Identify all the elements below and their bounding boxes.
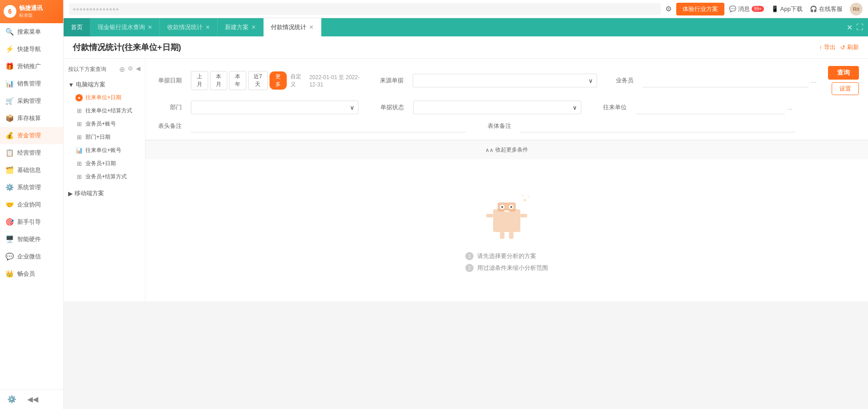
- topbar-settings-icon[interactable]: ⚙: [665, 5, 672, 13]
- sidebar-item-business[interactable]: 📋 经营管理: [0, 144, 63, 162]
- date-btn-this-year[interactable]: 本年: [229, 71, 246, 90]
- header-note-input[interactable]: [191, 120, 466, 132]
- scheme-panel-header: 按以下方案查询 ⊕ ⚙ ◀: [64, 62, 145, 76]
- tab-receipt-close[interactable]: ✕: [205, 24, 210, 30]
- tabs-bar: 首页 现金银行流水查询 ✕ 收款情况统计 ✕ 新建方案 ✕ 付款情况统计 ✕ ✕…: [64, 18, 868, 36]
- date-btns: 上月 本月 本年 近7天 更多 自定义: [191, 71, 306, 90]
- dept-chevron-icon: ∨: [350, 104, 354, 111]
- sales-icon: 📊: [5, 80, 14, 88]
- date-btn-this-month[interactable]: 本月: [210, 71, 227, 90]
- trial-btn[interactable]: 体验行业方案: [676, 3, 724, 15]
- header-note-label: 表头备注: [155, 122, 182, 130]
- sidebar-item-system[interactable]: ⚙️ 系统管理: [0, 179, 63, 196]
- partner-dots[interactable]: ...: [785, 103, 795, 112]
- scheme-item-table-icon3: ⊞: [75, 134, 83, 141]
- sidebar-header: 6 畅捷通讯 标准版: [0, 0, 63, 23]
- empty-svg: [479, 187, 534, 241]
- date-btn-7days[interactable]: 近7天: [248, 71, 268, 90]
- tab-new-close[interactable]: ✕: [251, 24, 256, 30]
- user-avatar[interactable]: Rit: [850, 3, 863, 15]
- business-icon: 📋: [5, 149, 14, 157]
- tab-payment[interactable]: 付款情况统计 ✕: [264, 18, 321, 36]
- sidebar-item-search[interactable]: 🔍 搜索菜单: [0, 23, 63, 40]
- scheme-item-table-icon5: ⊞: [75, 173, 83, 181]
- body-note-input[interactable]: [520, 120, 795, 132]
- corp-icon: 🤝: [5, 201, 14, 209]
- scheme-item-partner-pay[interactable]: ⊞ 往来单位+结算方式: [64, 104, 145, 117]
- collapse-btn[interactable]: ∧∧ 收起更多条件: [145, 143, 868, 157]
- tab-bank[interactable]: 现金银行流水查询 ✕: [90, 18, 160, 36]
- body-note-field: [520, 120, 795, 132]
- message-icon: 💬: [729, 5, 736, 12]
- sidebar-item-marketing[interactable]: 🎁 营销推广: [0, 58, 63, 75]
- scheme-pc-title[interactable]: ▼ 电脑端方案: [64, 78, 145, 91]
- sidebar-item-wechat[interactable]: 💬 企业微信: [0, 248, 63, 265]
- date-btn-last-month[interactable]: 上月: [191, 71, 208, 90]
- settings-btn[interactable]: 设置: [832, 82, 859, 95]
- scheme-item-partner-account[interactable]: 📊 往来单位+账号: [64, 144, 145, 157]
- tab-close-all-btn[interactable]: ✕: [847, 23, 853, 32]
- body-note-label: 表体备注: [484, 122, 511, 130]
- member-icon: 👑: [5, 270, 14, 278]
- online-service-btn[interactable]: 🎧 在线客服: [810, 5, 843, 13]
- sidebar-settings-btn[interactable]: ⚙️: [4, 393, 20, 405]
- tab-bank-close[interactable]: ✕: [148, 24, 152, 30]
- scheme-item-staff-pay[interactable]: ⊞ 业务员+结算方式: [64, 170, 145, 183]
- scheme-item-active-icon: ●: [75, 94, 83, 101]
- scheme-settings-icon[interactable]: ⚙: [128, 65, 133, 74]
- sidebar-item-member[interactable]: 👑 畅会员: [0, 265, 63, 283]
- sidebar-item-inventory[interactable]: 📦 库存核算: [0, 110, 63, 127]
- date-custom-label: 自定义: [290, 73, 304, 88]
- scheme-item-partner-date[interactable]: ● 往来单位+日期: [64, 91, 145, 104]
- empty-area: 1 请先选择要分析的方案 2 用过滤条件来缩小分析范围: [145, 159, 868, 301]
- sidebar-item-guide[interactable]: 🎯 新手引导: [0, 213, 63, 231]
- doc-status-select[interactable]: ∨: [413, 101, 581, 114]
- wechat-icon: 💬: [5, 252, 14, 261]
- basic-icon: 🗂️: [5, 166, 14, 174]
- svg-rect-10: [509, 232, 514, 239]
- date-btn-more[interactable]: 更多: [269, 71, 287, 90]
- query-btn[interactable]: 查询: [828, 66, 859, 80]
- chevron-right-icon: ▶: [68, 190, 73, 197]
- scheme-add-icon[interactable]: ⊕: [119, 65, 125, 74]
- svg-rect-8: [520, 214, 527, 217]
- tab-home[interactable]: 首页: [64, 18, 90, 36]
- messages-btn[interactable]: 💬 消息 99+: [729, 5, 764, 13]
- empty-tip-1: 1 请先选择要分析的方案: [465, 250, 548, 262]
- sidebar-item-purchase[interactable]: 🛒 采购管理: [0, 92, 63, 110]
- tab-new[interactable]: 新建方案 ✕: [218, 18, 264, 36]
- scheme-item-dept-date[interactable]: ⊞ 部门+日期: [64, 131, 145, 144]
- filter-row-1: 单据日期 上月 本月 本年 近7天 更多 自定义 20: [155, 66, 859, 95]
- scheme-mobile-title[interactable]: ▶ 移动端方案: [64, 187, 145, 200]
- tab-receipt[interactable]: 收款情况统计 ✕: [160, 18, 218, 36]
- date-label: 单据日期: [155, 76, 182, 85]
- scheme-item-staff-account[interactable]: ⊞ 业务员+账号: [64, 117, 145, 131]
- svg-point-5: [510, 206, 512, 208]
- source-select[interactable]: ∨: [413, 74, 597, 87]
- collapse-icon: ∧∧: [485, 147, 494, 153]
- sidebar-item-corp[interactable]: 🤝 企业协同: [0, 196, 63, 213]
- tab-payment-close[interactable]: ✕: [309, 24, 314, 30]
- svg-point-13: [522, 195, 524, 197]
- tab-fullscreen-btn[interactable]: ⛶: [856, 23, 863, 31]
- date-range: 2022-01-01 至 2022-12-31: [309, 74, 367, 88]
- sidebar-item-sales[interactable]: 📊 销售管理: [0, 75, 63, 92]
- sidebar-item-basic[interactable]: 🗂️ 基础信息: [0, 162, 63, 179]
- scheme-panel-icons: ⊕ ⚙ ◀: [119, 65, 140, 74]
- staff-dots[interactable]: ...: [808, 76, 819, 86]
- dept-label: 部门: [155, 103, 182, 111]
- scheme-collapse-icon[interactable]: ◀: [136, 65, 140, 74]
- svg-rect-7: [486, 214, 493, 217]
- scheme-item-staff-date[interactable]: ⊞ 业务员+日期: [64, 157, 145, 170]
- sidebar-collapse-btn[interactable]: ◀◀: [24, 393, 42, 405]
- partner-input[interactable]: [636, 101, 785, 114]
- staff-input[interactable]: [643, 74, 808, 87]
- export-btn[interactable]: ↑ 导出: [819, 43, 836, 51]
- sidebar-item-hardware[interactable]: 🖥️ 智能硬件: [0, 231, 63, 248]
- sidebar-item-quick[interactable]: ⚡ 快捷导航: [0, 40, 63, 58]
- refresh-btn[interactable]: ↺ 刷新: [840, 43, 859, 51]
- sidebar-nav: 🔍 搜索菜单 ⚡ 快捷导航 🎁 营销推广 📊 销售管理 🛒 采购管理: [0, 23, 63, 389]
- app-download-btn[interactable]: 📱 App下载: [771, 5, 803, 13]
- sidebar-item-finance[interactable]: 💰 资金管理: [0, 127, 63, 144]
- dept-select[interactable]: ∨: [191, 101, 359, 114]
